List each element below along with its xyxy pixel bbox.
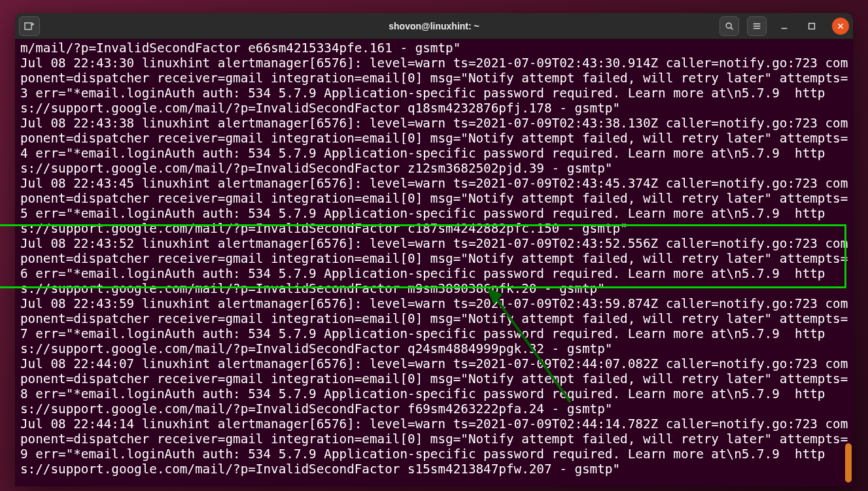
svg-rect-9	[809, 24, 815, 29]
window-controls	[720, 16, 849, 36]
minimize-button[interactable]	[774, 16, 794, 36]
terminal-output: m/mail/?p=InvalidSecondFactor e66sm42153…	[20, 41, 849, 477]
svg-line-4	[731, 27, 733, 29]
titlebar: shovon@linuxhint: ~	[15, 13, 853, 39]
terminal-body[interactable]: m/mail/?p=InvalidSecondFactor e66sm42153…	[15, 39, 853, 486]
maximize-icon	[807, 22, 816, 31]
new-tab-button[interactable]	[19, 16, 40, 36]
svg-point-3	[726, 23, 731, 28]
svg-rect-0	[25, 23, 31, 29]
search-icon	[725, 22, 734, 31]
scrollbar-thumb[interactable]	[845, 443, 852, 483]
close-button[interactable]	[832, 18, 849, 35]
terminal-window: shovon@linuxhint: ~	[15, 13, 853, 486]
search-button[interactable]	[720, 16, 739, 36]
menu-button[interactable]	[747, 16, 767, 36]
scrollbar[interactable]	[845, 81, 852, 483]
hamburger-icon	[752, 22, 761, 31]
minimize-icon	[780, 22, 789, 31]
maximize-button[interactable]	[802, 16, 822, 36]
close-icon	[836, 22, 845, 31]
new-tab-icon	[24, 21, 35, 31]
